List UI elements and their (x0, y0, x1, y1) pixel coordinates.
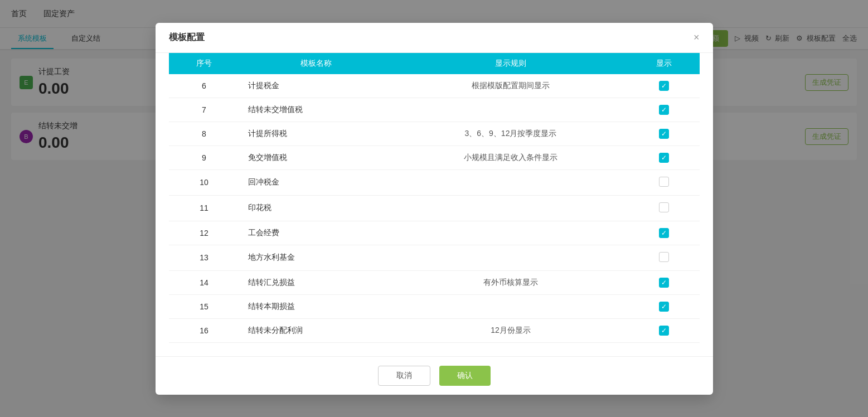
row-index: 10 (169, 169, 240, 195)
modal-overlay: 模板配置 × 序号 模板名称 显示规则 显示 6计提税金根据模版配置期间显示✓7… (0, 0, 868, 417)
row-checkbox[interactable]: ✓ (659, 278, 669, 288)
row-name: 工会经费 (239, 221, 392, 245)
template-config-modal: 模板配置 × 序号 模板名称 显示规则 显示 6计提税金根据模版配置期间显示✓7… (156, 23, 713, 395)
row-index: 8 (169, 122, 240, 146)
row-checkbox[interactable]: ✓ (659, 326, 669, 336)
row-name: 结转未交增值税 (239, 98, 392, 122)
row-checkbox-cell: ✓ (629, 122, 700, 146)
table-row: 9免交增值税小规模且满足收入条件显示✓ (169, 146, 700, 169)
row-index: 11 (169, 195, 240, 221)
table-row: 11印花税 (169, 195, 700, 221)
row-checkbox[interactable] (659, 252, 669, 262)
table-row: 16结转未分配利润12月份显示✓ (169, 318, 700, 342)
row-checkbox-cell: ✓ (629, 318, 700, 342)
row-checkbox[interactable] (659, 202, 669, 212)
cancel-button[interactable]: 取消 (378, 366, 430, 386)
row-index: 16 (169, 318, 240, 342)
row-name: 结转本期损益 (239, 294, 392, 318)
col-name: 模板名称 (239, 53, 392, 74)
row-checkbox[interactable]: ✓ (659, 228, 669, 238)
row-index: 13 (169, 245, 240, 270)
row-index: 12 (169, 221, 240, 245)
row-rule (392, 221, 628, 245)
row-name: 计提所得税 (239, 122, 392, 146)
table-row: 13地方水利基金 (169, 245, 700, 270)
table-row: 12工会经费✓ (169, 221, 700, 245)
table-row: 7结转未交增值税✓ (169, 98, 700, 122)
modal-header: 模板配置 × (156, 23, 713, 53)
row-name: 印花税 (239, 195, 392, 221)
row-checkbox[interactable]: ✓ (659, 105, 669, 115)
row-name: 结转未分配利润 (239, 318, 392, 342)
modal-footer: 取消 确认 (156, 356, 713, 395)
table-row: 8计提所得税3、6、9、12月按季度显示✓ (169, 122, 700, 146)
row-rule: 12月份显示 (392, 318, 628, 342)
config-table: 序号 模板名称 显示规则 显示 6计提税金根据模版配置期间显示✓7结转未交增值税… (169, 53, 700, 343)
row-rule: 有外币核算显示 (392, 270, 628, 294)
row-checkbox-cell (629, 169, 700, 195)
table-row: 15结转本期损益✓ (169, 294, 700, 318)
row-checkbox-cell: ✓ (629, 294, 700, 318)
row-checkbox-cell (629, 245, 700, 270)
row-checkbox[interactable]: ✓ (659, 81, 669, 91)
row-checkbox-cell: ✓ (629, 270, 700, 294)
modal-close-button[interactable]: × (694, 32, 700, 42)
col-index: 序号 (169, 53, 240, 74)
confirm-button[interactable]: 确认 (439, 366, 491, 386)
modal-title: 模板配置 (169, 32, 205, 43)
row-checkbox[interactable]: ✓ (659, 129, 669, 139)
row-rule (392, 195, 628, 221)
table-row: 10回冲税金 (169, 169, 700, 195)
row-checkbox[interactable]: ✓ (659, 302, 669, 312)
col-show: 显示 (629, 53, 700, 74)
row-rule (392, 98, 628, 122)
row-name: 回冲税金 (239, 169, 392, 195)
table-header-row: 序号 模板名称 显示规则 显示 (169, 53, 700, 74)
row-checkbox-cell: ✓ (629, 221, 700, 245)
row-index: 7 (169, 98, 240, 122)
modal-body: 序号 模板名称 显示规则 显示 6计提税金根据模版配置期间显示✓7结转未交增值税… (156, 53, 713, 356)
row-name: 免交增值税 (239, 146, 392, 169)
row-name: 计提税金 (239, 74, 392, 98)
row-rule (392, 245, 628, 270)
row-rule: 3、6、9、12月按季度显示 (392, 122, 628, 146)
row-index: 14 (169, 270, 240, 294)
col-rule: 显示规则 (392, 53, 628, 74)
row-checkbox-cell: ✓ (629, 98, 700, 122)
row-index: 9 (169, 146, 240, 169)
table-row: 6计提税金根据模版配置期间显示✓ (169, 74, 700, 98)
row-index: 6 (169, 74, 240, 98)
row-rule: 根据模版配置期间显示 (392, 74, 628, 98)
row-index: 15 (169, 294, 240, 318)
row-checkbox-cell (629, 195, 700, 221)
row-rule (392, 169, 628, 195)
row-checkbox[interactable] (659, 177, 669, 187)
row-rule: 小规模且满足收入条件显示 (392, 146, 628, 169)
row-name: 结转汇兑损益 (239, 270, 392, 294)
row-checkbox[interactable]: ✓ (659, 153, 669, 163)
table-row: 14结转汇兑损益有外币核算显示✓ (169, 270, 700, 294)
row-name: 地方水利基金 (239, 245, 392, 270)
row-rule (392, 294, 628, 318)
row-checkbox-cell: ✓ (629, 74, 700, 98)
row-checkbox-cell: ✓ (629, 146, 700, 169)
